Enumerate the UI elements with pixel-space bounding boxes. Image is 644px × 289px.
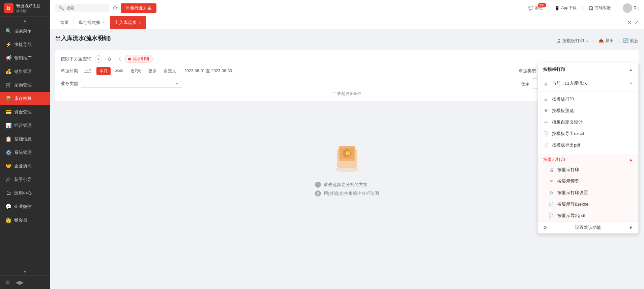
dropdown-display-section-header[interactable]: 按显示打印 ▲ xyxy=(538,154,638,164)
window-close-btn[interactable]: ✕ xyxy=(627,19,632,26)
sidebar-settings-icon[interactable]: ⚙ xyxy=(5,279,10,286)
date-btn-last-month[interactable]: 上月 xyxy=(81,67,95,75)
online-service-label: 在线客服 xyxy=(595,5,611,11)
topbar-search-box[interactable]: 🔍 xyxy=(55,4,109,12)
dropdown-footer-arrow: ▼ xyxy=(628,225,633,230)
filter-tag-label: 流水明细 xyxy=(133,56,149,62)
refresh-btn[interactable]: 🔄 刷新 xyxy=(623,38,639,44)
dropdown-current-section: 🖨 当前：出入库流水 ▼ xyxy=(538,76,638,90)
search-panel-header: 按以下方案查询 + ⚙ 《 流水明细 xyxy=(61,55,633,63)
sidebar-item-inventory[interactable]: 📦 库存核算 xyxy=(0,92,50,105)
date-buttons: 上月 本月 本年 近7天 更多 自定义 xyxy=(81,67,179,75)
collapse-more-btn[interactable]: ⌃ 收起更多条件 xyxy=(332,91,361,97)
dropdown-display-print[interactable]: 🖨 按显示打印 xyxy=(538,164,638,176)
online-service-btn[interactable]: 🎧 在线客服 xyxy=(588,5,611,11)
template-custom-icon: ✏ xyxy=(543,120,549,125)
tab-stock-flow[interactable]: 出入库流水 × xyxy=(110,16,146,29)
finance-icon: 💳 xyxy=(5,109,11,115)
user-avatar-btn[interactable]: Rit xyxy=(623,3,639,13)
sidebar-item-purchase[interactable]: 🛒 采购管理 xyxy=(0,78,50,92)
collapse-more-label: 收起更多条件 xyxy=(337,91,361,97)
window-maximize-btn[interactable]: ⤢ xyxy=(634,19,639,26)
tab-stock-flow-close[interactable]: × xyxy=(139,20,141,25)
sidebar-item-basic[interactable]: 📋 基础信息 xyxy=(0,132,50,146)
dropdown-display-export-pdf[interactable]: 📄 按显示导出pdf xyxy=(538,210,638,221)
sidebar-item-label: 搜索菜单 xyxy=(14,28,32,34)
date-btn-7days[interactable]: 近7天 xyxy=(127,67,144,75)
sidebar-item-wechat[interactable]: 💬 企业微信 xyxy=(0,200,50,213)
biz-type-input[interactable]: ▼ xyxy=(81,80,182,88)
topbar-gear-icon[interactable]: ⚙ xyxy=(113,5,117,11)
dropdown-template-print[interactable]: 🖨 按模板打印 xyxy=(538,94,638,105)
date-range-display: 2023-06-01 至 2023-06-30 xyxy=(184,68,232,74)
filter-tag-liushui[interactable]: 流水明细 xyxy=(124,55,153,63)
collapse-up-icon: ⌃ xyxy=(332,91,336,96)
dropdown-current-item[interactable]: 🖨 当前：出入库流水 ▼ xyxy=(538,78,638,89)
dropdown-display-export-excel[interactable]: 📄 按显示导出excel xyxy=(538,199,638,210)
dropdown-template-export-pdf[interactable]: 📄 按模板导出pdf xyxy=(538,139,638,151)
sidebar-item-system[interactable]: ⚙️ 系统管理 xyxy=(0,146,50,159)
corp-icon: 🤝 xyxy=(5,163,11,169)
sidebar-toggle-icon[interactable]: ◀▶ xyxy=(16,279,24,286)
print-template-btn[interactable]: 🖨 按模板打印 ▲ xyxy=(556,38,589,44)
date-btn-custom[interactable]: 自定义 xyxy=(161,67,179,75)
sidebar-item-finance[interactable]: 💳 资金管理 xyxy=(0,105,50,119)
topbar-search-icon: 🔍 xyxy=(59,5,64,10)
template-preview-icon: 👁 xyxy=(543,108,549,113)
date-field: 单据日期 上月 本月 本年 近7天 更多 自定义 2023-06-01 至 20… xyxy=(61,67,232,75)
dropdown-template-export-excel[interactable]: 📄 按模板导出excel xyxy=(538,128,638,139)
dropdown-title: 按模板打印 xyxy=(543,67,565,73)
sidebar-item-label: 快捷导航 xyxy=(14,42,32,48)
date-btn-more[interactable]: 更多 xyxy=(145,67,159,75)
filter-settings-btn[interactable]: ⚙ xyxy=(106,55,113,63)
sidebar-item-operations[interactable]: 📊 经营管理 xyxy=(0,119,50,132)
empty-step2-label: 用[过滤]条件来缩小分析范围 xyxy=(324,190,379,196)
page-content: 出入库流水(流水明细) 🖨 按模板打印 ▲ | 📤 导出 | 🔄 刷新 xyxy=(50,29,644,289)
sidebar-item-sales[interactable]: 💰 销售管理 xyxy=(0,65,50,78)
tab-inventory-batch[interactable]: 库存批次账 × xyxy=(74,16,110,29)
stock-flow-tab-label: 出入库流水 xyxy=(115,20,137,26)
date-label: 单据日期 xyxy=(61,68,78,74)
filter-collapse-btn[interactable]: 《 xyxy=(116,56,121,62)
purchase-icon: 🛒 xyxy=(5,82,11,88)
message-btn[interactable]: 💬 消息 99+ xyxy=(528,5,543,11)
date-btn-this-month[interactable]: 本月 xyxy=(96,67,111,75)
tab-inventory-batch-close[interactable]: × xyxy=(103,20,105,25)
sidebar-item-guide[interactable]: 🎓 新手引导 xyxy=(0,173,50,186)
sidebar-item-member[interactable]: 👑 畅会员 xyxy=(0,213,50,227)
add-filter-btn[interactable]: + xyxy=(95,55,102,63)
search-panel-label: 按以下方案查询 xyxy=(61,56,91,62)
sidebar-scroll-up[interactable]: ▲ xyxy=(0,17,50,24)
tab-home[interactable]: 首页 xyxy=(55,16,74,29)
sidebar-scroll-down[interactable]: ▼ xyxy=(0,268,50,275)
sidebar-item-label: 基础信息 xyxy=(14,136,32,142)
sidebar-item-quick-nav[interactable]: ⚡ 快捷导航 xyxy=(0,38,50,51)
search-icon: 🔍 xyxy=(5,28,11,34)
date-btn-this-year[interactable]: 本年 xyxy=(112,67,126,75)
sidebar-item-apps[interactable]: 🗂 应用中心 xyxy=(0,186,50,200)
sidebar-item-search[interactable]: 🔍 搜索菜单 xyxy=(0,24,50,38)
dropdown-display-items: 🖨 按显示打印 👁 按显示预览 ⚙ 按显示打印设置 📄 按显示导出excel 📄 xyxy=(538,164,638,221)
dropdown-footer-label: 设置默认功能 xyxy=(575,225,601,231)
filter-dot xyxy=(128,58,131,60)
sidebar-item-corp[interactable]: 🤝 企业协同 xyxy=(0,159,50,173)
export-btn[interactable]: 📤 导出 xyxy=(598,38,614,44)
empty-steps: 1 请先选择要分析的方案 2 用[过滤]条件来缩小分析范围 xyxy=(315,182,379,196)
dropdown-close-icon[interactable]: ▲ xyxy=(629,67,633,72)
dropdown-template-preview[interactable]: 👁 按模板预览 xyxy=(538,105,638,116)
sidebar-item-label: 系统管理 xyxy=(14,150,32,156)
dropdown-display-preview[interactable]: 👁 按显示预览 xyxy=(538,176,638,187)
display-settings-label: 按显示打印设置 xyxy=(557,190,588,196)
biz-type-label: 业务类型 xyxy=(61,81,78,87)
dropdown-display-print-settings[interactable]: ⚙ 按显示打印设置 xyxy=(538,187,638,199)
message-badge: 99+ xyxy=(538,3,546,7)
topbar-right: 💬 消息 99+ | 📱 App下载 | 🎧 在线客服 | Rit xyxy=(528,3,639,13)
app-download-btn[interactable]: 📱 App下载 xyxy=(555,5,576,11)
topbar-search-input[interactable] xyxy=(66,6,100,10)
sidebar-item-marketing[interactable]: 📢 营销推广 xyxy=(0,51,50,65)
dropdown-footer[interactable]: ⚙ 设置默认功能 ▼ xyxy=(538,221,638,233)
template-preview-label: 按模板预览 xyxy=(552,108,574,114)
dropdown-template-custom[interactable]: ✏ 模板自定义设计 xyxy=(538,116,638,128)
trial-button[interactable]: 体验行业方案 xyxy=(121,3,156,13)
download-icon: 📱 xyxy=(555,6,560,10)
